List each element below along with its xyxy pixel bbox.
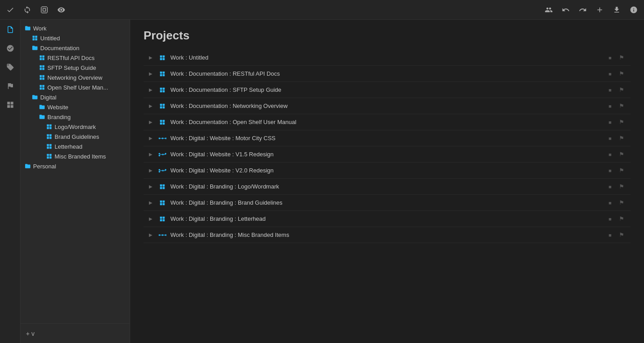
sidebar-item-website[interactable]: Website (21, 102, 130, 112)
row-flag-icon[interactable]: ⚑ (618, 183, 625, 190)
row-doc-icon[interactable]: ■ (606, 136, 614, 141)
svg-rect-20 (47, 124, 49, 127)
sidebar-add-button[interactable]: + v (21, 323, 130, 343)
sidebar-item-documentation[interactable]: Documentation (21, 43, 130, 53)
sidebar-item-restful-api-docs[interactable]: RESTful API Docs (21, 53, 130, 63)
row-flag-icon[interactable]: ⚑ (618, 215, 625, 222)
svg-point-89 (165, 234, 166, 236)
table-row[interactable]: ▶ Work : Digital : Website : V2.0 Redesi… (144, 163, 631, 179)
svg-rect-74 (163, 184, 165, 186)
row-doc-icon[interactable]: ■ (606, 200, 614, 206)
sidebar-item-sftp-setup-guide[interactable]: SFTP Setup Guide (21, 63, 130, 73)
add-icon[interactable] (595, 5, 605, 15)
eye-icon[interactable] (56, 5, 66, 15)
download-icon[interactable] (612, 5, 622, 15)
svg-rect-73 (160, 184, 162, 186)
rail-tag-icon[interactable] (4, 61, 17, 73)
row-flag-icon[interactable]: ⚑ (618, 119, 625, 125)
row-doc-icon[interactable]: ■ (606, 232, 614, 238)
sidebar-item-untitled[interactable]: Untitled (21, 33, 130, 43)
svg-point-85 (159, 234, 161, 236)
table-row[interactable]: ▶ Work : Documentation : SFTP Setup Guid… (144, 82, 631, 98)
svg-rect-54 (160, 122, 162, 124)
svg-rect-77 (160, 200, 162, 202)
row-label: Work : Digital : Branding : Letterhead (170, 215, 606, 222)
row-label: Work : Digital : Website : V2.0 Redesign (170, 167, 606, 174)
sidebar-item-digital[interactable]: Digital (21, 92, 130, 102)
row-flag-icon[interactable]: ⚑ (618, 135, 625, 141)
row-label: Work : Untitled (170, 54, 606, 61)
table-row[interactable]: ▶ Work : Digital : Website : Motor City … (144, 130, 631, 146)
row-flag-icon[interactable]: ⚑ (618, 70, 625, 77)
table-row[interactable]: ▶ Work : Digital : Branding : Misc Brand… (144, 227, 631, 243)
links-alt-node-icon (158, 167, 167, 174)
row-doc-icon[interactable]: ■ (606, 216, 614, 222)
sidebar-item-networking-overview[interactable]: Networking Overview (21, 73, 130, 82)
svg-point-64 (162, 154, 164, 155)
row-flag-icon[interactable]: ⚑ (618, 151, 625, 158)
main-layout: WorkUntitledDocumentationRESTful API Doc… (0, 20, 644, 343)
links-node-icon (158, 135, 167, 141)
row-flag-icon[interactable]: ⚑ (618, 232, 625, 238)
sidebar-item-letterhead[interactable]: Letterhead (21, 141, 130, 151)
table-row[interactable]: ▶ Work : Digital : Branding : Letterhead… (144, 211, 631, 227)
sidebar-item-open-shelf-user-man[interactable]: Open Shelf User Man... (21, 82, 130, 92)
row-doc-icon[interactable]: ■ (606, 168, 614, 173)
folder-icon-digital (31, 94, 38, 101)
grid-node-icon (158, 103, 167, 109)
row-flag-icon[interactable]: ⚑ (618, 167, 625, 174)
sidebar-item-logo-wordmark[interactable]: Logo/Wordmark (21, 122, 130, 132)
info-icon[interactable] (629, 5, 639, 15)
row-flag-icon[interactable]: ⚑ (618, 86, 625, 93)
table-row[interactable]: ▶ Work : Untitled■⚑ (144, 50, 631, 66)
row-doc-icon[interactable]: ■ (606, 103, 614, 109)
expand-arrow-icon: ▶ (149, 136, 155, 141)
table-row[interactable]: ▶ Work : Documentation : RESTful API Doc… (144, 66, 631, 82)
sidebar-item-brand-guidelines[interactable]: Brand Guidelines (21, 132, 130, 141)
sidebar-item-misc-branded-items[interactable]: Misc Branded Items (21, 151, 130, 161)
row-doc-icon[interactable]: ■ (606, 184, 614, 189)
users-icon[interactable] (544, 5, 554, 15)
row-doc-icon[interactable]: ■ (606, 152, 614, 157)
sidebar-label-logo-wordmark: Logo/Wordmark (55, 124, 96, 130)
svg-rect-55 (163, 122, 165, 124)
row-doc-icon[interactable]: ■ (606, 120, 614, 125)
table-row[interactable]: ▶ Work : Documentation : Networking Over… (144, 98, 631, 114)
table-row[interactable]: ▶ Work : Documentation : Open Shelf User… (144, 114, 631, 130)
sync-icon[interactable] (22, 5, 32, 15)
row-doc-icon[interactable]: ■ (606, 87, 614, 93)
svg-rect-13 (42, 75, 45, 77)
frame-icon[interactable] (39, 5, 49, 15)
row-actions: ■⚑ (606, 70, 625, 77)
row-doc-icon[interactable]: ■ (606, 55, 614, 60)
sidebar-item-work[interactable]: Work (21, 23, 130, 33)
sidebar-label-untitled: Untitled (40, 35, 60, 42)
sidebar-item-branding[interactable]: Branding (21, 112, 130, 122)
svg-rect-78 (163, 200, 165, 202)
sidebar: WorkUntitledDocumentationRESTful API Doc… (21, 20, 130, 343)
sidebar-label-letterhead: Letterhead (55, 143, 82, 150)
table-row[interactable]: ▶ Work : Digital : Branding : Brand Guid… (144, 195, 631, 211)
table-row[interactable]: ▶ Work : Digital : Website : V1.5 Redesi… (144, 146, 631, 163)
sidebar-item-personal[interactable]: Personal (21, 161, 130, 171)
check-icon[interactable] (5, 5, 15, 15)
rail-nodes-icon[interactable] (4, 42, 17, 55)
row-doc-icon[interactable]: ■ (606, 71, 614, 77)
row-flag-icon[interactable]: ⚑ (618, 103, 625, 109)
svg-rect-22 (47, 127, 49, 129)
grid-node-icon (158, 184, 167, 190)
undo-icon[interactable] (561, 5, 571, 15)
redo-icon[interactable] (578, 5, 588, 15)
table-row[interactable]: ▶ Work : Digital : Branding : Logo/Wordm… (144, 179, 631, 195)
rail-page-icon[interactable] (4, 23, 17, 36)
svg-rect-41 (163, 71, 165, 73)
svg-rect-47 (163, 90, 165, 92)
grid-node-icon (158, 71, 167, 77)
svg-point-67 (159, 169, 161, 171)
row-flag-icon[interactable]: ⚑ (618, 199, 625, 206)
row-actions: ■⚑ (606, 54, 625, 61)
rail-grid-icon[interactable] (4, 99, 17, 111)
rail-flag-icon[interactable] (4, 80, 17, 92)
row-flag-icon[interactable]: ⚑ (618, 54, 625, 61)
row-label: Work : Digital : Branding : Misc Branded… (170, 232, 606, 238)
